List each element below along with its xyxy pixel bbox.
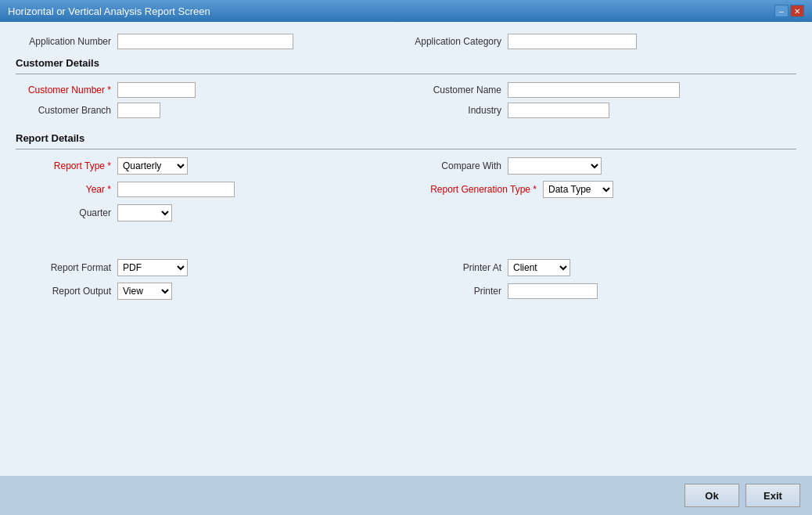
customer-divider: [16, 74, 796, 74]
report-gen-type-field: Report Generation Type * Data Type Graph: [406, 181, 796, 198]
app-category-label: Application Category: [406, 36, 508, 47]
customer-number-label: Customer Number *: [16, 85, 117, 95]
report-format-select[interactable]: PDF Excel RTF: [117, 259, 188, 276]
app-number-field: Application Number: [16, 34, 406, 49]
customer-section-header: Customer Details: [16, 57, 796, 69]
year-row: Year * Report Generation Type * Data Typ…: [16, 181, 796, 198]
close-button[interactable]: ✕: [790, 5, 804, 17]
app-number-input[interactable]: [117, 34, 293, 49]
customer-branch-field: Customer Branch: [16, 103, 406, 118]
printer-input[interactable]: [508, 283, 598, 299]
industry-field: Industry: [406, 103, 796, 118]
app-category-input[interactable]: [508, 34, 637, 49]
customer-branch-label: Customer Branch: [16, 105, 117, 116]
window-title: Horizontal or Vertical Analysis Report S…: [8, 5, 210, 17]
report-type-label: Report Type *: [16, 160, 117, 171]
compare-with-label: Compare With: [406, 160, 508, 171]
quarter-field: Quarter Q1 Q2 Q3 Q4: [16, 204, 406, 221]
quarter-select[interactable]: Q1 Q2 Q3 Q4: [117, 204, 172, 221]
report-format-row: Report Format PDF Excel RTF Printer At C…: [16, 259, 796, 276]
app-category-field: Application Category: [406, 34, 796, 49]
customer-branch-row: Customer Branch Industry: [16, 103, 796, 118]
report-type-row: Report Type * Quarterly Monthly Annually…: [16, 157, 796, 175]
customer-number-row: Customer Number * Customer Name: [16, 82, 796, 98]
customer-number-field: Customer Number *: [16, 82, 406, 98]
title-bar-buttons: – ✕: [774, 5, 804, 17]
report-output-label: Report Output: [16, 286, 117, 297]
printer-at-select[interactable]: Client Server: [508, 259, 570, 276]
quarter-row: Quarter Q1 Q2 Q3 Q4: [16, 204, 796, 221]
app-number-label: Application Number: [16, 36, 117, 47]
report-format-field: Report Format PDF Excel RTF: [16, 259, 406, 276]
printer-at-label: Printer At: [406, 262, 508, 273]
report-section-header: Report Details: [16, 132, 796, 144]
customer-number-input[interactable]: [117, 82, 196, 98]
footer: Ok Exit: [0, 476, 812, 515]
year-field: Year *: [16, 182, 406, 197]
report-output-field: Report Output View Print: [16, 283, 406, 300]
ok-button[interactable]: Ok: [684, 484, 739, 507]
title-bar: Horizontal or Vertical Analysis Report S…: [0, 0, 812, 22]
customer-name-input[interactable]: [508, 82, 680, 98]
customer-name-field: Customer Name: [406, 82, 796, 98]
customer-branch-input[interactable]: [117, 103, 160, 118]
report-output-row: Report Output View Print Printer: [16, 283, 796, 300]
customer-name-label: Customer Name: [406, 85, 508, 95]
report-gen-type-label: Report Generation Type *: [406, 184, 543, 195]
exit-button[interactable]: Exit: [746, 484, 800, 507]
spacer: [16, 228, 796, 259]
content-area: Application Number Application Category …: [0, 22, 812, 476]
printer-at-field: Printer At Client Server: [406, 259, 796, 276]
industry-input[interactable]: [508, 103, 609, 118]
report-divider: [16, 149, 796, 149]
report-type-select[interactable]: Quarterly Monthly Annually: [117, 157, 188, 175]
report-type-field: Report Type * Quarterly Monthly Annually: [16, 157, 406, 175]
report-format-label: Report Format: [16, 262, 117, 273]
compare-with-select[interactable]: Previous Year: [508, 157, 602, 175]
year-input[interactable]: [117, 182, 235, 197]
quarter-label: Quarter: [16, 207, 117, 218]
printer-field: Printer: [406, 283, 796, 299]
main-window: Horizontal or Vertical Analysis Report S…: [0, 0, 812, 515]
report-output-select[interactable]: View Print: [117, 283, 172, 300]
minimize-button[interactable]: –: [774, 5, 789, 17]
application-row: Application Number Application Category: [16, 34, 796, 49]
year-label: Year *: [16, 184, 117, 195]
report-gen-type-select[interactable]: Data Type Graph: [543, 181, 613, 198]
compare-with-field: Compare With Previous Year: [406, 157, 796, 175]
printer-label: Printer: [406, 286, 508, 297]
industry-label: Industry: [406, 105, 508, 116]
